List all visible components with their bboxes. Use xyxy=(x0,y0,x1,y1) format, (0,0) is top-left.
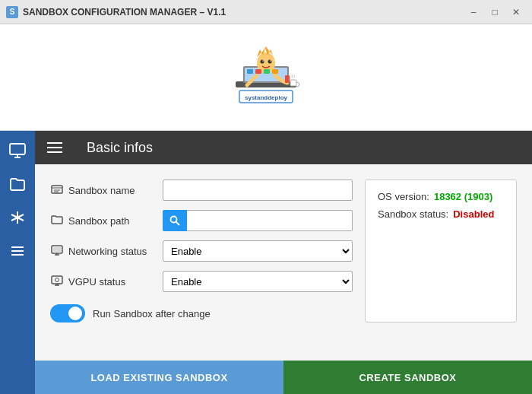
vgpu-text: VGPU status xyxy=(68,276,125,288)
vgpu-icon xyxy=(50,275,64,289)
svg-point-8 xyxy=(270,60,271,62)
section-bar: Basic infos xyxy=(35,131,532,164)
svg-rect-17 xyxy=(10,144,25,154)
path-row xyxy=(163,210,353,231)
maximize-button[interactable]: □ xyxy=(485,4,505,21)
sidebar-item-list[interactable] xyxy=(0,234,35,268)
svg-point-39 xyxy=(55,278,59,281)
sandbox-status-row: Sandbox status: Disabled xyxy=(378,208,504,220)
svg-rect-35 xyxy=(53,247,61,252)
svg-rect-12 xyxy=(255,69,261,74)
sandbox-path-input[interactable] xyxy=(187,210,353,231)
run-sandbox-toggle[interactable] xyxy=(50,304,85,323)
vgpu-label: VGPU status xyxy=(50,275,157,289)
title-bar-title: SANDBOX CONFIGURATION MANAGER – V1.1 xyxy=(23,7,226,17)
os-version-value: 18362 (1903) xyxy=(434,191,492,202)
networking-select[interactable]: Enable Disable xyxy=(163,240,353,262)
folder-icon xyxy=(9,176,26,192)
section-title: Basic infos xyxy=(87,140,153,156)
sandbox-path-text: Sandbox path xyxy=(68,215,129,227)
networking-icon xyxy=(50,244,64,259)
os-version-label: OS version: xyxy=(378,191,429,202)
toggle-row: Run Sandbox after change xyxy=(50,304,353,323)
sidebar-item-asterisk[interactable] xyxy=(0,201,35,234)
svg-rect-11 xyxy=(247,69,253,74)
sandbox-name-input[interactable] xyxy=(163,180,353,201)
svg-point-6 xyxy=(268,59,272,63)
sidebar-item-folder[interactable] xyxy=(0,167,35,201)
svg-rect-10 xyxy=(290,80,296,86)
sidebar-item-monitor[interactable] xyxy=(0,134,35,167)
app-icon: S xyxy=(6,6,18,18)
svg-point-30 xyxy=(171,217,177,223)
create-sandbox-button[interactable]: CREATE SANDBOX xyxy=(283,361,532,394)
bottom-bar: LOAD EXISTING SANDBOX CREATE SANDBOX xyxy=(35,361,532,394)
info-box: OS version: 18362 (1903) Sandbox status:… xyxy=(365,180,517,323)
svg-point-7 xyxy=(262,60,264,62)
os-version-row: OS version: 18362 (1903) xyxy=(378,191,504,202)
vgpu-select[interactable]: Enable Disable xyxy=(163,271,353,292)
svg-point-5 xyxy=(261,59,264,63)
app-body: Basic infos xyxy=(0,131,532,394)
svg-text:systanddeploy: systanddeploy xyxy=(245,94,288,101)
networking-text: Networking status xyxy=(68,246,147,257)
search-icon xyxy=(169,215,180,226)
toggle-label-text: Run Sandbox after change xyxy=(93,308,211,319)
svg-rect-13 xyxy=(264,69,270,74)
sandbox-path-label: Sandbox path xyxy=(50,214,157,228)
svg-rect-9 xyxy=(285,75,290,83)
svg-rect-14 xyxy=(272,69,278,74)
logo-svg: systanddeploy xyxy=(220,43,312,112)
title-bar: S SANDBOX CONFIGURATION MANAGER – V1.1 –… xyxy=(0,0,532,24)
load-sandbox-button[interactable]: LOAD EXISTING SANDBOX xyxy=(35,361,283,394)
content-main: Sandbox name Sandbox path xyxy=(35,164,532,361)
path-browse-button[interactable] xyxy=(163,210,187,231)
svg-line-31 xyxy=(176,222,180,226)
header-logo: systanddeploy xyxy=(0,24,532,131)
title-bar-controls: – □ ✕ xyxy=(464,4,526,21)
sandbox-path-row: Sandbox path xyxy=(50,210,353,231)
sandbox-status-value: Disabled xyxy=(453,208,494,220)
networking-row: Networking status Enable Disable xyxy=(50,240,353,262)
list-icon xyxy=(9,243,26,259)
title-bar-left: S SANDBOX CONFIGURATION MANAGER – V1.1 xyxy=(6,6,226,18)
sandbox-name-label: Sandbox name xyxy=(50,183,157,198)
content-wrapper: Basic infos xyxy=(35,131,532,394)
hamburger-line-1 xyxy=(47,142,62,144)
asterisk-icon xyxy=(9,209,26,226)
vgpu-row: VGPU status Enable Disable xyxy=(50,271,353,292)
sandbox-name-icon xyxy=(50,183,64,198)
form-info-row: Sandbox name Sandbox path xyxy=(50,180,517,323)
hamburger-button[interactable] xyxy=(47,142,62,153)
sandbox-path-icon xyxy=(50,214,64,228)
monitor-icon xyxy=(9,142,26,159)
form-area: Sandbox name Sandbox path xyxy=(50,180,353,323)
toggle-slider xyxy=(50,304,85,323)
logo-container: systanddeploy xyxy=(220,43,312,112)
sandbox-name-text: Sandbox name xyxy=(68,185,135,196)
minimize-button[interactable]: – xyxy=(464,4,483,21)
hamburger-line-3 xyxy=(47,151,62,153)
sidebar xyxy=(0,131,35,394)
hamburger-line-2 xyxy=(47,147,62,148)
networking-label: Networking status xyxy=(50,244,157,259)
sandbox-status-label: Sandbox status: xyxy=(378,208,448,220)
sandbox-name-row: Sandbox name xyxy=(50,180,353,201)
svg-rect-36 xyxy=(52,276,62,284)
close-button[interactable]: ✕ xyxy=(506,4,526,21)
